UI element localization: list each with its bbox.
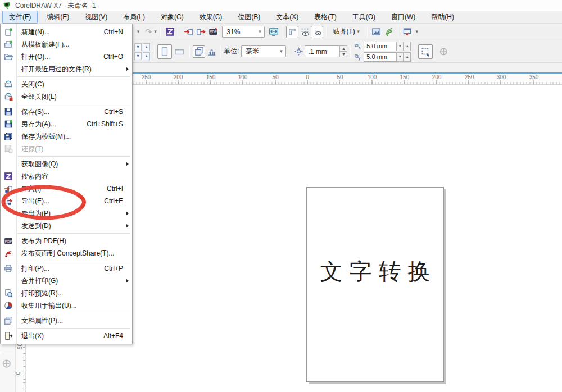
menubar-item[interactable]: 位图(B)	[231, 11, 267, 24]
document-page[interactable]: 文字转换	[306, 187, 444, 382]
file-menu-item[interactable]: 保存为模版(M)...	[1, 130, 132, 143]
zoom-dropdown-arrow[interactable]: ▼	[258, 29, 262, 34]
spinner-up-icon[interactable]: ▲	[143, 52, 150, 60]
redo-icon[interactable]: ↷	[145, 28, 152, 36]
duplicate-distance-x-spinner[interactable]: ▼▲	[396, 42, 411, 51]
file-menu-item[interactable]: 文档属性(P)...	[1, 314, 132, 327]
treat-as-filled-toggle[interactable]	[418, 44, 433, 59]
units-combo[interactable]: 毫米 ▼	[241, 45, 286, 57]
file-menu-item[interactable]: 发布页面到 ConceptShare(T)...	[1, 247, 132, 259]
menu-item-icon	[4, 209, 13, 218]
publish-pdf-icon[interactable]: PDF	[207, 26, 219, 38]
menu-item-icon	[4, 92, 13, 101]
file-menu-item[interactable]: 还原(T)	[1, 143, 132, 155]
nudge-offset-input[interactable]: .1 mm	[305, 45, 339, 57]
menubar-item[interactable]: 效果(C)	[193, 11, 229, 24]
toolbox-add-icon[interactable]: ⊕	[2, 357, 12, 370]
file-menu-item[interactable]: 退出(X) Alt+F4	[1, 330, 132, 342]
file-menu-item[interactable]: 打开(O)... Ctrl+O	[1, 51, 132, 63]
show-grid-toggle[interactable]	[298, 26, 311, 38]
menu-item-label: 全部关闭(L)	[21, 92, 57, 102]
file-menu-item[interactable]: 收集用于输出(U)...	[1, 299, 132, 312]
file-menu-item[interactable]: 关闭(C)	[1, 78, 132, 90]
file-menu-item[interactable]: 保存(S)... Ctrl+S	[1, 106, 132, 118]
menu-item-label: 保存为模版(M)...	[21, 132, 71, 142]
menu-item-icon	[4, 289, 13, 298]
page-text[interactable]: 文字转换	[307, 256, 443, 287]
file-menu-item[interactable]: PDF 发布为 PDF(H)	[1, 235, 132, 247]
ruler-label: 0	[15, 372, 21, 375]
submenu-arrow-icon	[126, 162, 129, 166]
page-size-spinners[interactable]: ▼▲ ▼▲	[134, 43, 150, 60]
search-content-icon[interactable]	[164, 26, 176, 38]
ruler-label: 200	[174, 74, 183, 80]
file-menu-item[interactable]: 另存为(A)... Ctrl+Shift+S	[1, 118, 132, 130]
landscape-orientation-button[interactable]	[172, 44, 187, 59]
menubar-item[interactable]: 帮助(H)	[424, 11, 461, 24]
menubar-item[interactable]: 文件(F)	[2, 11, 38, 24]
file-menu-item[interactable]: 新建(N)... Ctrl+N	[1, 26, 132, 38]
show-rulers-toggle[interactable]	[286, 26, 298, 38]
file-menu-item[interactable]: 发送到(D)	[1, 220, 132, 232]
menubar-item[interactable]: 布局(L)	[116, 11, 152, 24]
menubar-item[interactable]: 文本(X)	[269, 11, 305, 24]
menu-item-label: 导出(E)...	[21, 197, 49, 206]
menu-item-icon	[4, 144, 13, 153]
menu-item-label: 发送到(D)	[21, 221, 51, 231]
file-menu-item[interactable]: 合并打印(G)	[1, 275, 132, 287]
menu-item-label: 合并打印(G)	[21, 276, 58, 286]
show-guidelines-toggle[interactable]	[311, 26, 323, 38]
launcher-dropdown-arrow[interactable]: ▼	[415, 29, 419, 34]
menubar-item[interactable]: 表格(T)	[307, 11, 343, 24]
duplicate-distance-x-input[interactable]: 5.0 mm	[364, 42, 396, 51]
zoom-to-page-icon[interactable]	[268, 26, 280, 38]
menubar-item[interactable]: 对象(C)	[154, 11, 191, 24]
file-menu-item[interactable]: 导入(I) Ctrl+I	[1, 183, 132, 195]
spinner-up-icon[interactable]: ▲	[143, 43, 150, 51]
redo-dropdown-arrow[interactable]: ▼	[153, 29, 158, 34]
spinner-down-icon[interactable]: ▼	[134, 43, 142, 51]
menu-item-icon	[4, 80, 13, 89]
app-window: CorelDRAW X7 - 未命名 -1 文件(F)编辑(E)视图(V)布局(…	[0, 0, 562, 392]
menubar-item[interactable]: 编辑(E)	[40, 11, 76, 24]
portrait-orientation-button[interactable]	[157, 44, 172, 59]
current-page-button[interactable]	[205, 45, 217, 58]
toolbar-separator	[326, 26, 327, 38]
file-menu-item[interactable]: 全部关闭(L)	[1, 90, 132, 103]
menu-item-label: 获取图像(Q)	[21, 159, 58, 169]
undo-dropdown-arrow[interactable]: ▼	[136, 29, 140, 34]
file-menu-item[interactable]: 导出为(P)	[1, 207, 132, 220]
file-menu-item[interactable]: 搜索内容	[1, 170, 132, 183]
menubar-item[interactable]: 窗口(W)	[384, 11, 422, 24]
import-icon[interactable]	[182, 26, 194, 38]
file-menu-item[interactable]: 从模板新建(F)...	[1, 38, 132, 51]
coreldraw-logo-icon	[3, 2, 11, 10]
spinner-down-icon[interactable]: ▼	[339, 52, 347, 58]
spinner-down-icon[interactable]: ▼	[134, 52, 142, 60]
toolbar-separator	[160, 26, 161, 38]
spinner-up-icon[interactable]: ▲	[339, 45, 347, 52]
file-menu-item[interactable]: 打印预览(R)...	[1, 287, 132, 299]
options-icon[interactable]	[370, 26, 383, 38]
nudge-spinner[interactable]: ▲ ▼	[339, 45, 347, 57]
all-pages-button[interactable]	[193, 45, 205, 58]
zoom-level-combo[interactable]: 31% ▼	[222, 26, 265, 38]
file-menu-item[interactable]: 导出(E)... Ctrl+E	[1, 195, 132, 207]
menubar-item[interactable]: 工具(O)	[346, 11, 382, 24]
menu-item-icon	[4, 221, 13, 230]
units-value: 毫米	[246, 47, 259, 56]
snap-to-button[interactable]: 贴齐(T) ▼	[329, 27, 364, 37]
snap-dropdown-arrow[interactable]: ▼	[356, 29, 361, 34]
duplicate-distance-y-spinner[interactable]: ▼▲	[396, 52, 411, 62]
export-icon[interactable]	[194, 26, 207, 38]
menubar-item[interactable]: 视图(V)	[78, 11, 114, 24]
file-menu-item[interactable]: 打印(P)... Ctrl+P	[1, 262, 132, 275]
duplicate-distance-y-icon: ⧉y	[355, 53, 364, 60]
file-menu-item[interactable]: 打开最近用过的文件(R)	[1, 63, 132, 75]
welcome-screen-icon[interactable]	[401, 26, 414, 38]
customize-plus-icon[interactable]: ⊕	[439, 46, 448, 57]
duplicate-distance-y-input[interactable]: 5.0 mm	[364, 52, 396, 62]
units-dropdown-arrow[interactable]: ▼	[279, 49, 283, 54]
application-launcher-icon[interactable]	[383, 26, 395, 38]
file-menu-item[interactable]: 获取图像(Q)	[1, 158, 132, 170]
